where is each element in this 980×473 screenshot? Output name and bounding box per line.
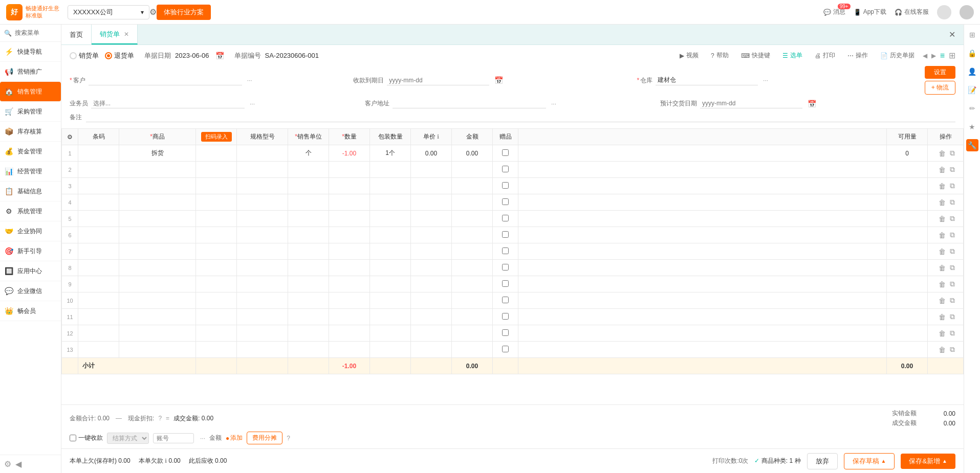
grid-view-icon[interactable]: ⊞	[949, 51, 955, 60]
cell-gift-1[interactable]	[493, 145, 518, 162]
cell-remark-1[interactable]	[518, 145, 887, 162]
account-more-icon[interactable]: ···	[200, 435, 205, 442]
expense-help-icon[interactable]: ?	[287, 435, 290, 442]
gift-checkbox-8[interactable]	[502, 264, 509, 271]
help-btn[interactable]: ? 帮助	[707, 50, 733, 61]
payment-due-calendar-icon[interactable]: 📅	[494, 76, 503, 84]
delete-row-12-icon[interactable]: 🗑	[939, 329, 946, 337]
copy-row-11-icon[interactable]: ⧉	[950, 312, 955, 321]
list-view-icon[interactable]: ≡	[940, 51, 945, 60]
right-panel-icon-6[interactable]: ★	[966, 121, 978, 133]
gift-checkbox-9[interactable]	[502, 280, 509, 287]
right-panel-icon-4[interactable]: 📝	[966, 84, 978, 96]
right-panel-icon-5[interactable]: ✏	[966, 102, 978, 115]
sidebar-search[interactable]: 🔍 搜索菜单	[0, 25, 61, 42]
settings-button[interactable]: 设置	[925, 66, 955, 79]
expected-date-calendar-icon[interactable]: 📅	[808, 100, 816, 108]
gift-checkbox-13[interactable]	[502, 346, 509, 352]
online-support-action[interactable]: 🎧 在线客服	[895, 8, 929, 16]
sidebar-item-appcenter[interactable]: 🔲 应用中心	[0, 261, 61, 281]
tab-sales-order[interactable]: 销货单 ✕	[92, 25, 138, 44]
customer-input[interactable]	[89, 76, 242, 85]
gift-checkbox-11[interactable]	[502, 313, 509, 320]
delete-row-6-icon[interactable]: 🗑	[939, 231, 946, 239]
table-settings-icon[interactable]: ⚙	[67, 133, 73, 141]
discount-info-icon[interactable]: ?	[158, 415, 162, 422]
th-scan[interactable]: 扫码录入	[196, 129, 237, 145]
sidebar-gear-btn[interactable]: ⚙	[4, 459, 11, 469]
gift-checkbox-3[interactable]	[502, 182, 509, 189]
sidebar-item-member[interactable]: 👑 畅会员	[0, 301, 61, 321]
sidebar-item-inventory[interactable]: 📦 库存核算	[0, 122, 61, 142]
cell-barcode-1[interactable]	[78, 145, 119, 162]
expected-date-input[interactable]	[700, 99, 802, 108]
delete-row-7-icon[interactable]: 🗑	[939, 247, 946, 256]
scan-barcode-button[interactable]: 扫码录入	[201, 132, 232, 142]
gift-checkbox-6[interactable]	[502, 231, 509, 238]
add-button[interactable]: ● 添加	[226, 434, 243, 442]
app-download-action[interactable]: 📱 App下载	[854, 8, 886, 16]
radio-return[interactable]: 退货单	[105, 51, 134, 60]
gift-checkbox-2[interactable]	[502, 166, 509, 172]
history-btn[interactable]: 📄 历史单据	[876, 50, 919, 61]
tab-home[interactable]: 首页	[61, 25, 92, 44]
customer-more-icon[interactable]: ···	[247, 77, 252, 84]
avatar-2[interactable]	[960, 5, 974, 19]
company-selector[interactable]: XXXXXX公司 ▾	[68, 5, 149, 19]
trial-button[interactable]: 体验行业方案	[157, 5, 211, 20]
copy-row-5-icon[interactable]: ⧉	[950, 214, 955, 223]
gift-checkbox-1[interactable]	[502, 149, 509, 156]
logistics-button[interactable]: + 物流	[925, 81, 955, 95]
warehouse-more-icon[interactable]: ···	[763, 77, 768, 84]
customer-address-input[interactable]	[393, 99, 546, 108]
sidebar-item-purchase[interactable]: 🛒 采购管理	[0, 102, 61, 122]
delete-row-2-icon[interactable]: 🗑	[939, 166, 946, 174]
cell-amount-1[interactable]: 0.00	[452, 145, 493, 162]
payment-checkbox[interactable]: 一键收款	[70, 434, 103, 442]
price-info-icon[interactable]: ℹ	[437, 133, 439, 140]
next-icon[interactable]: ▶	[931, 52, 936, 59]
sidebar-item-system[interactable]: ⚙ 系统管理	[0, 201, 61, 221]
warehouse-input[interactable]	[656, 76, 758, 85]
delete-row-13-icon[interactable]: 🗑	[939, 346, 946, 354]
debt-info-icon[interactable]: ℹ	[165, 458, 167, 464]
sidebar-item-newguide[interactable]: 🎯 新手引导	[0, 241, 61, 261]
sidebar-item-marketing[interactable]: 📢 营销推广	[0, 62, 61, 82]
cell-qty-1[interactable]: -1.00	[329, 145, 370, 162]
copy-row-1-icon[interactable]: ⧉	[950, 149, 955, 157]
address-more-icon[interactable]: ···	[551, 100, 556, 107]
delete-row-4-icon[interactable]: 🗑	[939, 198, 946, 207]
settlement-method-select[interactable]: 结算方式	[107, 433, 149, 444]
gift-checkbox-4[interactable]	[502, 198, 509, 205]
th-settings[interactable]: ⚙	[62, 129, 78, 145]
operations-btn[interactable]: ⋯ 操作	[843, 50, 872, 61]
right-panel-icon-7[interactable]: 🔧	[966, 139, 978, 151]
copy-row-12-icon[interactable]: ⧉	[950, 329, 955, 337]
salesperson-more-icon[interactable]: ···	[250, 100, 255, 107]
avatar[interactable]	[937, 5, 951, 19]
delete-row-5-icon[interactable]: 🗑	[939, 215, 946, 223]
right-panel-icon-2[interactable]: 🔒	[966, 47, 978, 59]
right-panel-icon-3[interactable]: 👤	[966, 65, 978, 78]
tab-bar-close-icon[interactable]: ✕	[941, 30, 964, 39]
date-calendar-icon[interactable]: 📅	[215, 52, 224, 60]
copy-row-8-icon[interactable]: ⧉	[950, 263, 955, 272]
delete-row-8-icon[interactable]: 🗑	[939, 264, 946, 272]
expense-split-button[interactable]: 费用分摊	[247, 432, 282, 444]
payment-checkbox-input[interactable]	[70, 435, 76, 441]
tab-close-icon[interactable]: ✕	[124, 31, 129, 38]
right-panel-icon-1[interactable]: ⊞	[966, 29, 978, 41]
delete-row-1-icon[interactable]: 🗑	[939, 149, 946, 157]
save-draft-button[interactable]: 保存草稿 ▲	[844, 453, 895, 469]
sidebar-item-collab[interactable]: 🤝 企业协同	[0, 221, 61, 241]
sidebar-item-basic[interactable]: 📋 基础信息	[0, 182, 61, 201]
delete-row-3-icon[interactable]: 🗑	[939, 182, 946, 190]
copy-row-3-icon[interactable]: ⧉	[950, 182, 955, 190]
shortcut-btn[interactable]: ⌨ 快捷键	[737, 50, 774, 61]
copy-row-9-icon[interactable]: ⧉	[950, 280, 955, 288]
radio-sales[interactable]: 销货单	[70, 51, 99, 60]
delete-row-9-icon[interactable]: 🗑	[939, 280, 946, 288]
cell-unit-1[interactable]: 个	[288, 145, 329, 162]
payment-due-input[interactable]	[387, 76, 489, 85]
copy-row-7-icon[interactable]: ⧉	[950, 247, 955, 256]
